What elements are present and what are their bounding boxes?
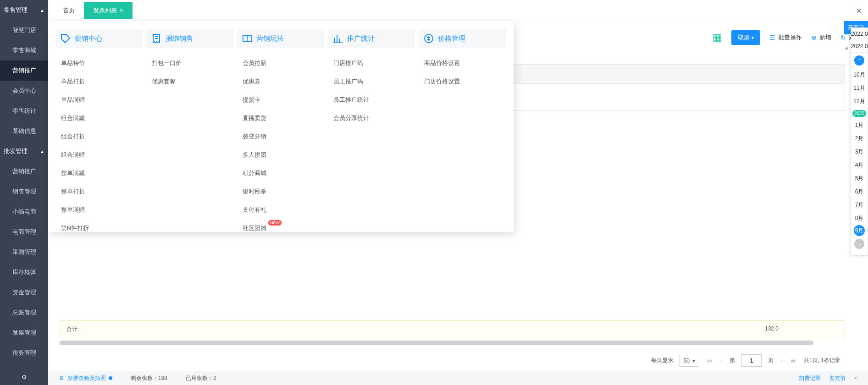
- mega-item[interactable]: 单品满赠: [55, 91, 143, 109]
- page-size-select[interactable]: 50▾: [680, 355, 699, 367]
- sidebar-item-marketing[interactable]: 营销推广: [0, 60, 48, 81]
- date-top[interactable]: 2022.0: [851, 28, 868, 40]
- sidebar-item-wholesale-marketing[interactable]: 营销推广: [0, 161, 48, 182]
- mega-item[interactable]: 限时秒杀: [237, 182, 324, 201]
- chevron-down-icon: ▾: [692, 358, 695, 364]
- mega-item[interactable]: 组合满赠: [55, 146, 143, 164]
- list-icon: ☰: [769, 34, 775, 41]
- mega-item[interactable]: 积分商城: [237, 164, 324, 182]
- tabs-close-all[interactable]: ×: [856, 6, 862, 16]
- sidebar-group-retail[interactable]: 零售管理▲: [0, 0, 48, 20]
- mega-item[interactable]: 会员分享统计: [328, 109, 415, 127]
- doc-icon: 🗎: [59, 375, 65, 381]
- month-item[interactable]: 7月: [855, 198, 864, 212]
- scroll-down-icon[interactable]: ⌄: [854, 239, 864, 249]
- remaining-count: 剩余张数：198: [131, 374, 167, 382]
- mega-col-marketing: 营销玩法 会员拉新 优惠券 提货卡 直播卖货 裂变分销 多人拼团 积分商城 限时…: [237, 29, 324, 224]
- date-panel: ◂ 2022.0 2022.0 ⌃ 10月 11月 12月 2022 1月 2月…: [851, 28, 868, 256]
- mega-item[interactable]: 门店价格设置: [419, 72, 506, 91]
- chevron-up-icon: ▲: [40, 8, 44, 13]
- month-item[interactable]: 10月: [853, 68, 865, 82]
- mega-item[interactable]: 社区团购NEW: [237, 219, 324, 237]
- invoice-verify-link[interactable]: 🗎发票查验及拍照: [59, 374, 112, 382]
- month-item[interactable]: 4月: [855, 159, 864, 172]
- gear-icon: ⚙: [22, 374, 27, 380]
- h-scrollbar[interactable]: [60, 341, 845, 346]
- mega-item[interactable]: 员工推广码: [328, 72, 415, 91]
- month-item[interactable]: 2月: [855, 132, 864, 145]
- fetch-invoice-button[interactable]: 取票▾: [731, 30, 760, 45]
- sidebar-item-finance[interactable]: 资金管理: [0, 282, 48, 302]
- page-input[interactable]: [741, 354, 762, 367]
- tab-invoice-list[interactable]: 发票列表×: [84, 2, 133, 19]
- refresh-icon: ↻: [840, 34, 846, 41]
- sidebar-item-basic-info[interactable]: 基础信息: [0, 121, 48, 141]
- mega-item[interactable]: 整单满赠: [55, 201, 143, 219]
- sidebar-item-invoice[interactable]: 发票管理: [0, 323, 48, 343]
- sidebar-group-wholesale[interactable]: 批发管理▲: [0, 141, 48, 161]
- month-item[interactable]: 8月: [855, 212, 864, 225]
- qrcode-icon[interactable]: ▦: [713, 32, 722, 44]
- month-item-active[interactable]: 9月: [854, 225, 865, 236]
- scroll-up-icon[interactable]: ⌃: [854, 55, 864, 66]
- month-item[interactable]: 3月: [855, 145, 864, 159]
- month-item[interactable]: 11月: [853, 82, 865, 95]
- sidebar-item-ecomm-mgmt[interactable]: 电商管理: [0, 222, 48, 242]
- mega-menu: 促销中心 单品特价 单品打折 单品满赠 组合满减 组合打折 组合满赠 整单满减 …: [48, 21, 514, 232]
- date-top[interactable]: 2022.0: [851, 40, 868, 53]
- mega-item[interactable]: 直播卖货: [237, 109, 324, 127]
- sidebar-item-members[interactable]: 会员中心: [0, 81, 48, 101]
- mega-col-bundle: 捆绑销售 打包一口价 优惠套餐: [146, 29, 233, 224]
- mega-item[interactable]: 优惠套餐: [146, 72, 233, 91]
- collapse-handle[interactable]: ◂: [845, 44, 848, 51]
- mega-item[interactable]: 第N件打折: [55, 219, 143, 237]
- chevron-up-icon: ▲: [40, 149, 44, 154]
- sidebar-item-retail-mall[interactable]: 零售商城: [0, 40, 48, 60]
- mega-item[interactable]: 整单满减: [55, 164, 143, 182]
- total-label: 合计: [66, 325, 77, 333]
- sidebar-item-tax[interactable]: 税务管理: [0, 343, 48, 363]
- mega-item[interactable]: 整单打折: [55, 182, 143, 201]
- page-size-label: 每页显示: [651, 357, 673, 364]
- mega-head-stats: 推广统计: [328, 29, 415, 48]
- billing-log-link[interactable]: 扣费记录: [799, 374, 821, 382]
- mega-item[interactable]: 单品特价: [55, 54, 143, 72]
- mega-item[interactable]: 裂变分销: [237, 127, 324, 146]
- page-last[interactable]: ⏭: [790, 358, 797, 364]
- mega-item[interactable]: 多人拼团: [237, 146, 324, 164]
- sidebar-item-sales-mgmt[interactable]: 销售管理: [0, 182, 48, 202]
- close-icon[interactable]: ×: [120, 7, 123, 14]
- settings-gear[interactable]: ⚙: [0, 369, 48, 385]
- add-button[interactable]: ⊕新增: [811, 33, 831, 42]
- sidebar-item-purchase[interactable]: 采购管理: [0, 242, 48, 262]
- mega-item[interactable]: 会员拉新: [237, 54, 324, 72]
- page-first[interactable]: ⏮: [706, 358, 713, 364]
- mega-item[interactable]: 优惠券: [237, 72, 324, 91]
- sidebar-item-ledger[interactable]: 总账管理: [0, 302, 48, 323]
- mega-item[interactable]: 打包一口价: [146, 54, 233, 72]
- month-item[interactable]: 5月: [855, 172, 864, 185]
- sidebar-item-inventory[interactable]: 库存核算: [0, 262, 48, 282]
- sidebar-item-retail-stats[interactable]: 零售统计: [0, 101, 48, 121]
- mega-item[interactable]: 单品打折: [55, 72, 143, 91]
- month-item[interactable]: 12月: [853, 95, 865, 108]
- page-prev[interactable]: ‹: [719, 358, 723, 364]
- mega-item[interactable]: 商品价格设置: [419, 54, 506, 72]
- mega-item[interactable]: 员工推广统计: [328, 91, 415, 109]
- tab-home[interactable]: 首页: [54, 2, 84, 19]
- batch-button[interactable]: ☰批量操作: [769, 33, 802, 42]
- sidebar-item-smart-store[interactable]: 智慧门店: [0, 20, 48, 40]
- mega-item[interactable]: 组合满减: [55, 109, 143, 127]
- month-item[interactable]: 1月: [855, 119, 864, 132]
- sidebar-item-ecommerce[interactable]: 小畅电商: [0, 202, 48, 222]
- mega-item[interactable]: 支付有礼: [237, 201, 324, 219]
- page-next[interactable]: ›: [780, 358, 784, 364]
- mega-item[interactable]: 组合打折: [55, 127, 143, 146]
- recharge-link[interactable]: 去充值: [829, 374, 846, 382]
- close-icon[interactable]: ×: [854, 375, 857, 381]
- dot-icon: [109, 376, 112, 380]
- mega-item[interactable]: 门店推广码: [328, 54, 415, 72]
- month-item[interactable]: 6月: [855, 185, 864, 198]
- status-bar: 🗎发票查验及拍照 剩余张数：198 已用张数：2 扣费记录 去充值 ×: [48, 371, 868, 385]
- mega-item[interactable]: 提货卡: [237, 91, 324, 109]
